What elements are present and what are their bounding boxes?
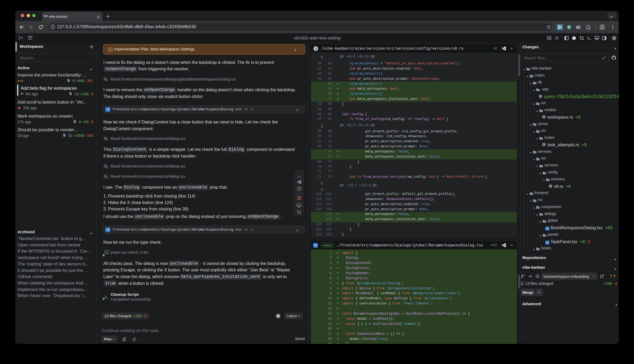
svg-text:R: R: [543, 116, 545, 118]
svg-text:R: R: [315, 47, 317, 50]
svg-text:R: R: [550, 185, 551, 187]
svg-text:L: L: [568, 26, 570, 28]
svg-text:R: R: [543, 143, 545, 146]
